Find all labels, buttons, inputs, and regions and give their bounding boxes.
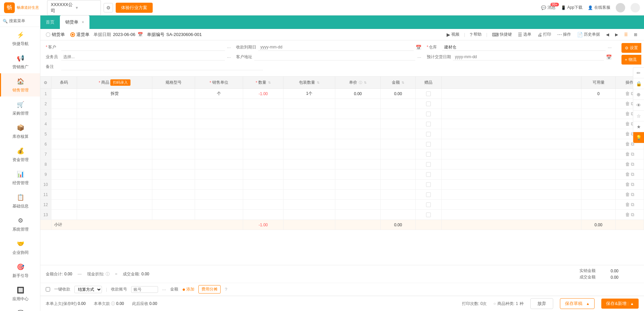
tab-sales-order[interactable]: 销货单 ×	[60, 15, 89, 29]
delete-row-5[interactable]: 🗑	[625, 131, 630, 137]
fee-split-btn[interactable]: 费用分摊	[198, 285, 221, 294]
customer-dots[interactable]: ···	[227, 45, 231, 50]
delete-row-1[interactable]: 🗑	[625, 91, 630, 96]
copy-row-13[interactable]: ⧉	[631, 212, 634, 217]
sidebar-item-wechat[interactable]: 💬 企业微信	[0, 305, 40, 311]
user-avatar2[interactable]	[631, 3, 640, 12]
save-new-btn[interactable]: 保存&新增 ▲	[601, 299, 639, 309]
payment-due-calendar[interactable]: 📅	[416, 45, 421, 50]
customer-input[interactable]	[61, 44, 225, 51]
address-dots[interactable]: ···	[417, 54, 421, 60]
view-grid-btn[interactable]: ⊞	[633, 32, 639, 38]
warehouse-input[interactable]	[442, 44, 606, 51]
app-download-btn[interactable]: 📱 App下载	[561, 5, 582, 10]
right-icon-lock[interactable]: 🔒	[633, 78, 644, 89]
unit-price-info-icon[interactable]: ⓘ	[359, 80, 362, 85]
sidebar-item-operations[interactable]: 📊 经营管理	[0, 166, 40, 189]
delete-row-12[interactable]: 🗑	[625, 202, 630, 207]
gift-checkbox-9[interactable]	[426, 172, 431, 177]
sidebar-item-quick-nav[interactable]: ⚡ 快捷导航	[0, 27, 40, 50]
add-payment-btn[interactable]: ● 添加	[182, 286, 195, 293]
gift-checkbox-13[interactable]	[426, 212, 431, 217]
view-list-btn[interactable]: ☰	[623, 32, 629, 38]
account-input[interactable]	[131, 286, 158, 293]
delete-row-13[interactable]: 🗑	[625, 212, 630, 217]
copy-row-8[interactable]: ⧉	[631, 161, 634, 167]
right-icon-orange[interactable]: 💡	[633, 132, 644, 143]
copy-row-10[interactable]: ⧉	[631, 182, 634, 187]
trial-button[interactable]: 体验行业方案	[116, 3, 153, 13]
prev-record-btn[interactable]: ◀	[605, 32, 610, 38]
sidebar-item-guide[interactable]: 🎯 新手引导	[0, 259, 40, 282]
gift-checkbox-8[interactable]	[426, 162, 431, 167]
sidebar-item-finance[interactable]: 💰 资金管理	[0, 143, 40, 166]
table-settings-gear[interactable]: ⚙	[44, 80, 47, 85]
company-selector[interactable]: XXXXXX公司 ▼	[47, 0, 101, 15]
gift-checkbox-3[interactable]	[426, 112, 431, 116]
next-record-btn[interactable]: ▶	[614, 32, 619, 38]
tab-home[interactable]: 首页	[40, 15, 60, 29]
radio-sales[interactable]: 销货单	[46, 32, 65, 38]
toolbar-select[interactable]: ☰ 选单	[517, 31, 533, 38]
note-input[interactable]	[61, 63, 263, 70]
delete-row-9[interactable]: 🗑	[625, 171, 630, 177]
customer-address-input[interactable]	[254, 53, 415, 61]
toolbar-print[interactable]: 🖨 打印	[536, 31, 553, 38]
toolbar-operations[interactable]: ⋯ 操作	[556, 31, 572, 38]
delete-row-4[interactable]: 🗑	[625, 121, 630, 126]
toolbar-shortcut[interactable]: ⌨ 快捷键	[491, 31, 513, 38]
copy-row-12[interactable]: ⧉	[631, 202, 634, 207]
expected-delivery-input[interactable]	[453, 53, 604, 61]
copy-row-11[interactable]: ⧉	[631, 192, 634, 197]
one-click-checkbox[interactable]	[46, 287, 50, 291]
gift-checkbox-11[interactable]	[426, 192, 431, 197]
sidebar-item-base[interactable]: 📋 基础信息	[0, 189, 40, 212]
sidebar-search[interactable]: 🔍 搜索菜单	[0, 15, 40, 27]
toolbar-video[interactable]: ▶ 视频	[445, 31, 461, 38]
gift-checkbox-1[interactable]	[426, 91, 431, 96]
abandon-btn[interactable]: 放弃	[530, 298, 553, 309]
gift-checkbox-5[interactable]	[426, 132, 431, 137]
radio-return[interactable]: 退货单	[70, 32, 89, 38]
delete-row-7[interactable]: 🗑	[625, 151, 630, 157]
salesperson-input[interactable]	[61, 53, 225, 61]
sidebar-item-inventory[interactable]: 📦 库存核算	[0, 120, 40, 143]
toolbar-history[interactable]: 📄 历史单据	[576, 31, 601, 38]
right-icon-eye[interactable]: 👁	[633, 100, 644, 111]
gift-checkbox-4[interactable]	[426, 122, 431, 126]
delete-row-8[interactable]: 🗑	[625, 161, 630, 167]
settlement-method-select[interactable]: 结算方式	[74, 286, 102, 293]
sidebar-item-sales[interactable]: 🏠 销售管理	[0, 73, 40, 96]
save-draft-btn[interactable]: 保存草稿 ▲	[560, 298, 595, 309]
right-icon-bookmark[interactable]: ☆	[633, 111, 644, 121]
delete-row-2[interactable]: 🗑	[625, 101, 630, 106]
delete-row-11[interactable]: 🗑	[625, 192, 630, 197]
message-btn[interactable]: 💬 消息 99+	[541, 5, 556, 10]
user-avatar[interactable]	[616, 3, 625, 12]
tab-close-icon[interactable]: ×	[82, 20, 84, 25]
gift-checkbox-10[interactable]	[426, 182, 431, 187]
scan-barcode-btn[interactable]: 扫码录入	[110, 79, 130, 86]
warehouse-dots[interactable]: ···	[608, 45, 612, 50]
settings-gear-btn[interactable]: ⚙	[104, 3, 113, 12]
date-calendar-icon[interactable]: 📅	[138, 32, 143, 37]
sidebar-item-apps[interactable]: 🔲 应用中心	[0, 282, 40, 305]
right-icon-edit[interactable]: ✏	[633, 68, 644, 78]
toolbar-help[interactable]: ? 帮助	[468, 31, 483, 38]
account-dots[interactable]: ···	[162, 287, 166, 292]
delete-row-10[interactable]: 🗑	[625, 182, 630, 187]
logistics-action-btn[interactable]: + 物流	[621, 55, 641, 65]
gift-checkbox-6[interactable]	[426, 142, 431, 147]
sidebar-item-marketing[interactable]: 📢 营销推广	[0, 50, 40, 73]
settings-action-btn[interactable]: ⚙ 设置	[621, 43, 641, 53]
sidebar-item-collab[interactable]: 🤝 企业协同	[0, 236, 40, 259]
expected-delivery-calendar[interactable]: 📅	[606, 54, 612, 60]
salesperson-dots[interactable]: ···	[227, 54, 231, 60]
overdue-info[interactable]: ⓘ	[111, 301, 115, 306]
sidebar-item-purchase[interactable]: 🛒 采购管理	[0, 96, 40, 120]
sidebar-item-system[interactable]: ⚙ 系统管理	[0, 212, 40, 236]
delete-row-6[interactable]: 🗑	[625, 141, 630, 147]
fee-help-icon[interactable]: ?	[225, 287, 227, 292]
right-icon-star[interactable]: ★	[633, 121, 644, 132]
gift-checkbox-2[interactable]	[426, 102, 431, 106]
